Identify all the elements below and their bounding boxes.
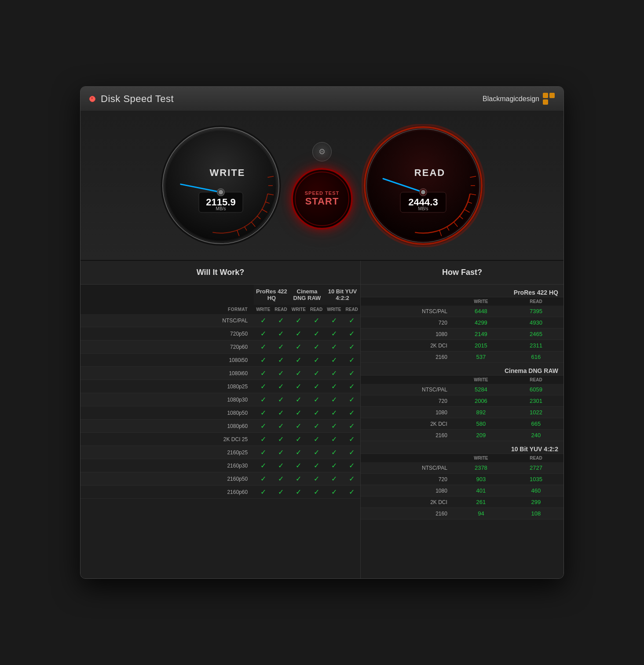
- svg-point-20: [219, 190, 223, 194]
- table-row: 2160 94 108: [361, 508, 564, 519]
- how-fast-header: How Fast?: [361, 261, 564, 285]
- settings-button[interactable]: ⚙: [312, 142, 332, 161]
- check-mark: ✓: [331, 422, 337, 430]
- check-mark: ✓: [349, 462, 355, 469]
- check-mark: ✓: [296, 449, 301, 456]
- check-mark: ✓: [331, 462, 337, 469]
- check-mark: ✓: [296, 475, 301, 482]
- check-mark: ✓: [260, 475, 266, 482]
- svg-point-25: [368, 131, 478, 241]
- col-write-1: WRITE: [254, 305, 272, 314]
- title-bar: Disk Speed Test Blackmagicdesign: [80, 87, 564, 111]
- check-mark: ✓: [331, 475, 337, 482]
- check-mark: ✓: [260, 317, 266, 324]
- brand-icon: [543, 93, 555, 105]
- check-mark: ✓: [314, 462, 319, 469]
- check-mark: ✓: [331, 330, 337, 337]
- check-mark: ✓: [349, 488, 355, 496]
- section-group-title: Cinema DNG RAW: [505, 367, 558, 374]
- check-mark: ✓: [278, 488, 284, 496]
- check-mark: ✓: [296, 422, 301, 430]
- table-row: 1080 2149 2465: [361, 329, 564, 340]
- check-mark: ✓: [260, 409, 266, 417]
- sub-header-row: WRITE READ: [361, 376, 564, 384]
- check-mark: ✓: [331, 396, 337, 403]
- col-read-2: READ: [308, 305, 325, 314]
- check-mark: ✓: [278, 462, 284, 469]
- hf-write-col: WRITE: [454, 376, 509, 384]
- check-mark: ✓: [349, 330, 355, 337]
- check-mark: ✓: [349, 356, 355, 364]
- section-group-title: 10 Bit YUV 4:2:2: [511, 446, 558, 453]
- table-row: 1080i60✓✓✓✓✓✓: [80, 367, 360, 380]
- table-row: 2K DCI 25✓✓✓✓✓✓: [80, 433, 360, 446]
- check-mark: ✓: [349, 317, 355, 324]
- check-mark: ✓: [331, 449, 337, 456]
- check-mark: ✓: [331, 409, 337, 417]
- check-mark: ✓: [314, 383, 319, 390]
- brand-dot-2: [549, 93, 555, 98]
- col-write-2: WRITE: [289, 305, 308, 314]
- check-mark: ✓: [296, 488, 301, 496]
- check-mark: ✓: [349, 343, 355, 351]
- hf-write-col: WRITE: [454, 297, 509, 306]
- table-row: 2K DCI 261 299: [361, 497, 564, 508]
- col-format-header: FORMAT: [80, 305, 254, 314]
- brand-dot-3: [543, 99, 548, 105]
- check-mark: ✓: [314, 475, 319, 482]
- check-mark: ✓: [260, 383, 266, 390]
- table-row: 2160 537 616: [361, 351, 564, 363]
- check-mark: ✓: [314, 409, 319, 417]
- check-mark: ✓: [278, 449, 284, 456]
- table-row: 1080p30✓✓✓✓✓✓: [80, 393, 360, 406]
- check-mark: ✓: [260, 330, 266, 337]
- check-mark: ✓: [314, 330, 319, 337]
- check-mark: ✓: [314, 356, 319, 364]
- check-mark: ✓: [296, 462, 301, 469]
- will-it-work-section: Will It Work? ProRes 422 HQ Cinema DNG R…: [80, 261, 361, 578]
- table-row: 720 903 1035: [361, 474, 564, 485]
- table-row: 2160p60✓✓✓✓✓✓: [80, 486, 360, 499]
- check-mark: ✓: [260, 488, 266, 496]
- check-mark: ✓: [349, 369, 355, 377]
- check-mark: ✓: [331, 356, 337, 364]
- table-row: 2160p30✓✓✓✓✓✓: [80, 459, 360, 472]
- hf-read-col: READ: [509, 454, 564, 463]
- check-mark: ✓: [260, 422, 266, 430]
- will-it-work-table: ProRes 422 HQ Cinema DNG RAW 10 Bit YUV …: [80, 285, 360, 499]
- table-row: 2K DCI 580 665: [361, 418, 564, 430]
- check-mark: ✓: [296, 383, 301, 390]
- start-button[interactable]: SPEED TEST START: [291, 168, 353, 230]
- check-mark: ✓: [349, 475, 355, 482]
- check-mark: ✓: [349, 383, 355, 390]
- check-mark: ✓: [314, 422, 319, 430]
- title-bar-left: Disk Speed Test: [89, 93, 174, 105]
- hf-read-col: READ: [509, 376, 564, 384]
- check-mark: ✓: [278, 330, 284, 337]
- brand-logo: Blackmagicdesign: [483, 93, 555, 105]
- app-window: Disk Speed Test Blackmagicdesign: [80, 86, 564, 579]
- table-row: 2K DCI 2015 2311: [361, 340, 564, 351]
- will-it-work-header: Will It Work?: [80, 261, 360, 285]
- check-mark: ✓: [296, 396, 301, 403]
- svg-text:WRITE: WRITE: [210, 167, 245, 178]
- table-row: NTSC/PAL 2378 2727: [361, 462, 564, 474]
- col-group-cinema: Cinema DNG RAW: [289, 285, 325, 305]
- close-button[interactable]: [89, 96, 95, 102]
- table-row: 720p60✓✓✓✓✓✓: [80, 340, 360, 354]
- check-mark: ✓: [260, 449, 266, 456]
- section-group-header: ProRes 422 HQ: [361, 285, 564, 297]
- check-mark: ✓: [260, 435, 266, 443]
- write-gauge: WRITE 2115.9 MB/s: [159, 124, 282, 247]
- check-mark: ✓: [349, 435, 355, 443]
- read-gauge: READ 2444.3 MB/s: [362, 124, 485, 247]
- hf-write-col: WRITE: [454, 454, 509, 463]
- check-mark: ✓: [278, 356, 284, 364]
- table-row: 720 2006 2301: [361, 395, 564, 407]
- brand-dot-4: [549, 99, 555, 105]
- write-gauge-svg: WRITE 2115.9 MB/s: [159, 124, 282, 247]
- brand-name: Blackmagicdesign: [483, 95, 539, 103]
- check-mark: ✓: [260, 356, 266, 364]
- table-row: 1080p25✓✓✓✓✓✓: [80, 380, 360, 393]
- table-row: NTSC/PAL✓✓✓✓✓✓: [80, 314, 360, 327]
